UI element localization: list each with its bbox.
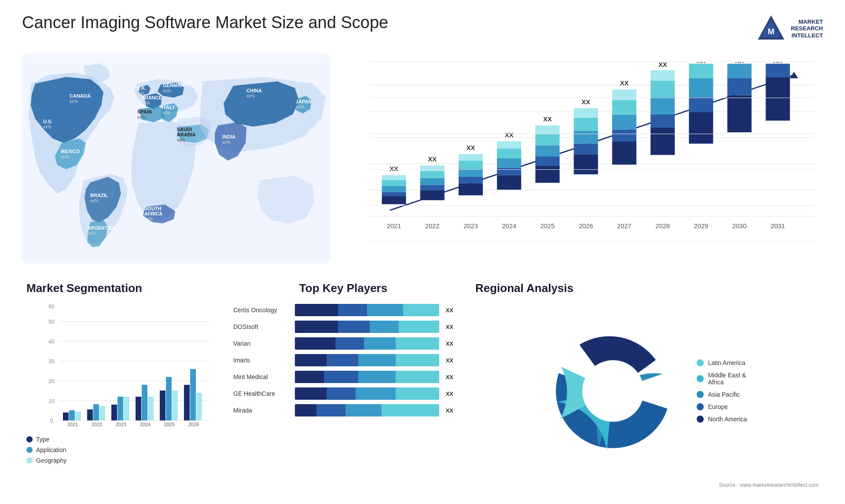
svg-text:50: 50 xyxy=(48,319,55,325)
top-section: CANADA xx% U.S. xx% MEXICO xx% BRAZIL xx… xyxy=(22,53,823,264)
canada-label: CANADA xyxy=(70,93,91,99)
svg-rect-133 xyxy=(99,406,105,420)
list-item: Europe xyxy=(697,403,747,410)
page-container: Cancer Imaging Software Market Size and … xyxy=(0,0,845,504)
type-dot xyxy=(26,436,33,442)
regional-legend: Latin America Middle East &Africa Asia P… xyxy=(697,359,747,423)
svg-text:BRAZIL: BRAZIL xyxy=(90,193,108,198)
svg-rect-128 xyxy=(69,410,75,420)
map-container: CANADA xx% U.S. xx% MEXICO xx% BRAZIL xx… xyxy=(22,53,330,264)
players-container: Top Key Players Certis Oncology XX DOSIs… xyxy=(229,277,458,493)
players-list: Certis Oncology XX DOSIsoft xyxy=(233,304,453,416)
europe-dot xyxy=(697,403,704,410)
table-row: Mint Medical XX xyxy=(233,371,453,383)
svg-text:10: 10 xyxy=(48,398,55,404)
north-america-dot xyxy=(697,416,704,423)
svg-text:ARGENTINA: ARGENTINA xyxy=(87,225,116,230)
svg-text:xx%: xx% xyxy=(61,154,69,159)
svg-rect-143 xyxy=(160,391,165,420)
grid-line xyxy=(370,241,814,242)
legend-geography: Geography xyxy=(26,457,211,464)
segmentation-title: Market Segmentation xyxy=(26,281,211,295)
svg-rect-144 xyxy=(166,377,172,420)
svg-text:xx%: xx% xyxy=(177,138,185,142)
svg-text:0: 0 xyxy=(50,418,53,424)
svg-rect-132 xyxy=(93,404,99,420)
svg-text:xx%: xx% xyxy=(162,110,170,115)
svg-rect-131 xyxy=(87,409,93,420)
svg-text:ITALY: ITALY xyxy=(162,105,176,110)
svg-text:U.S.: U.S. xyxy=(43,119,52,124)
svg-rect-135 xyxy=(111,405,117,420)
list-item: Asia Pacific xyxy=(697,391,747,398)
geography-dot xyxy=(26,457,33,464)
seg-legend: Type Application Geography xyxy=(26,436,211,464)
svg-text:xx%: xx% xyxy=(137,115,146,120)
list-item: Middle East &Africa xyxy=(697,372,747,386)
svg-text:SPAIN: SPAIN xyxy=(137,109,152,114)
middle-east-dot xyxy=(697,375,704,382)
svg-rect-141 xyxy=(148,397,154,420)
svg-text:xx%: xx% xyxy=(296,105,304,110)
donut-chart xyxy=(547,325,679,457)
asia-pacific-dot xyxy=(697,391,704,398)
svg-rect-145 xyxy=(172,391,178,420)
svg-text:xx%: xx% xyxy=(87,231,96,236)
list-item: Latin America xyxy=(697,359,747,366)
bottom-section: Market Segmentation 0 10 20 30 40 50 60 xyxy=(22,277,823,493)
grid-line xyxy=(370,134,814,134)
svg-text:xx%: xx% xyxy=(142,101,150,106)
svg-text:SOUTH: SOUTH xyxy=(144,206,162,211)
svg-text:2024: 2024 xyxy=(140,422,151,427)
svg-text:30: 30 xyxy=(48,358,55,365)
table-row: GE HealthCare XX xyxy=(233,387,453,400)
svg-text:xx%: xx% xyxy=(90,198,99,203)
svg-text:2025: 2025 xyxy=(164,422,175,427)
svg-text:60: 60 xyxy=(48,304,55,310)
svg-rect-149 xyxy=(196,393,202,420)
source-text: Source : www.marketresearchintellect.com xyxy=(475,482,819,488)
svg-rect-127 xyxy=(63,413,69,420)
logo-icon: M xyxy=(756,13,786,44)
table-row: Mirada XX xyxy=(233,404,453,416)
grid-line xyxy=(370,205,814,206)
grid-line xyxy=(370,62,814,62)
svg-text:xx%: xx% xyxy=(144,217,153,222)
grid-line xyxy=(370,98,814,98)
list-item: North America xyxy=(697,416,747,423)
svg-rect-136 xyxy=(118,397,123,420)
svg-text:GERMANY: GERMANY xyxy=(163,83,188,88)
svg-text:JAPAN: JAPAN xyxy=(296,99,312,104)
legend-type: Type xyxy=(26,436,211,443)
table-row: Varian XX xyxy=(233,337,453,350)
grid-line xyxy=(370,169,814,170)
logo-text: MARKET RESEARCH INTELLECT xyxy=(791,18,823,39)
svg-text:FRANCE: FRANCE xyxy=(142,95,162,100)
segmentation-container: Market Segmentation 0 10 20 30 40 50 60 xyxy=(22,277,216,493)
svg-point-151 xyxy=(582,360,644,422)
svg-text:2022: 2022 xyxy=(92,422,102,427)
svg-text:INDIA: INDIA xyxy=(222,134,235,139)
table-row: Certis Oncology XX xyxy=(233,304,453,316)
world-map: CANADA xx% U.S. xx% MEXICO xx% BRAZIL xx… xyxy=(22,53,330,264)
svg-text:2023: 2023 xyxy=(116,422,126,427)
svg-text:xx%: xx% xyxy=(246,94,255,99)
latin-america-dot xyxy=(697,359,704,366)
svg-text:xx%: xx% xyxy=(43,124,51,129)
regional-title: Regional Analysis xyxy=(475,281,819,295)
bar-chart-container: XX 2021 XX 2022 XX 2023 xyxy=(343,53,823,264)
legend-application: Application xyxy=(26,446,211,453)
page-title: Cancer Imaging Software Market Size and … xyxy=(22,13,388,32)
svg-text:xx%: xx% xyxy=(222,140,231,145)
svg-text:ARABIA: ARABIA xyxy=(177,132,196,137)
svg-text:AFRICA: AFRICA xyxy=(144,211,163,216)
svg-text:CHINA: CHINA xyxy=(246,88,262,93)
svg-text:M: M xyxy=(768,27,775,36)
svg-rect-137 xyxy=(124,397,129,420)
table-row: DOSIsoft XX xyxy=(233,321,453,333)
svg-rect-139 xyxy=(136,397,141,420)
donut-area: Latin America Middle East &Africa Asia P… xyxy=(475,304,819,478)
svg-text:40: 40 xyxy=(48,339,55,345)
svg-text:2021: 2021 xyxy=(67,422,78,427)
table-row: Imaris XX xyxy=(233,354,453,366)
